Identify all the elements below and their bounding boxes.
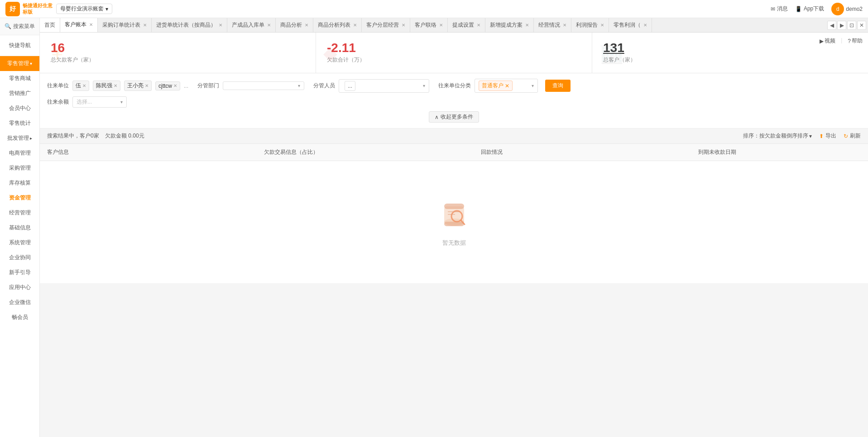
tab-operations[interactable]: 经营情况 ✕ (534, 18, 571, 33)
tab-close-icon[interactable]: ✕ (143, 23, 147, 28)
tab-close-icon[interactable]: ✕ (267, 23, 271, 28)
store-selector[interactable]: 母婴行业演示账套 ▾ (56, 4, 112, 14)
sort-select[interactable]: 排序：按欠款金额倒序排序 ▾ (743, 132, 812, 140)
sidebar-item-operations[interactable]: 经营管理 (0, 205, 39, 220)
app-download-button[interactable]: 📱 App下载 (795, 5, 824, 13)
help-icon: ? (848, 38, 851, 44)
tab-expand-button[interactable]: ⊡ (847, 21, 856, 30)
refresh-icon: ↻ (844, 133, 848, 139)
tab-next-button[interactable]: ▶ (837, 21, 846, 30)
balance-label: 往来余额 (47, 98, 69, 106)
tab-commission-settings[interactable]: 提成设置 ✕ (448, 18, 485, 33)
message-button[interactable]: ✉ 消息 (771, 5, 788, 13)
tab-product-inbound[interactable]: 产成品入库单 ✕ (227, 18, 276, 33)
tab-close-icon[interactable]: ✕ (219, 23, 222, 28)
balance-select[interactable]: 选择... ▾ (72, 96, 127, 108)
tab-close-icon[interactable]: ✕ (402, 23, 405, 28)
search-icon: 🔍 (5, 23, 11, 29)
tab-close-icon[interactable]: ✕ (305, 23, 308, 28)
filter-more-btn[interactable]: ... (184, 83, 188, 89)
tab-purchase-order[interactable]: 采购订单统计表 ✕ (98, 18, 152, 33)
tab-customer-ledger[interactable]: 客户账本 ✕ (60, 18, 98, 33)
filter-tag-unit3: 王小亮 ✕ (124, 81, 152, 91)
sidebar-item-enterprise[interactable]: 企业协同 (0, 250, 39, 265)
tab-close-icon[interactable]: ✕ (643, 23, 647, 28)
sidebar-item-wholesale[interactable]: 批发管理 ▸ (0, 131, 39, 146)
tab-close-all-button[interactable]: ✕ (857, 21, 866, 30)
category-tag: 普通客户 ✕ (479, 81, 513, 91)
sidebar-nav: 快捷导航 (0, 35, 39, 56)
tab-close-icon[interactable]: ✕ (477, 23, 480, 28)
remove-tag-btn[interactable]: ✕ (114, 83, 117, 88)
tab-prev-button[interactable]: ◀ (827, 21, 836, 30)
topbar-left: 好 畅捷通好生意 标版 母婴行业演示账套 ▾ (5, 2, 112, 16)
svg-rect-3 (444, 222, 464, 226)
person-more-btn[interactable]: ... (345, 81, 355, 91)
sidebar-search[interactable]: 🔍 搜索菜单 (0, 18, 39, 35)
remove-tag-btn[interactable]: ✕ (82, 83, 86, 88)
sidebar-item-guide[interactable]: 新手引导 (0, 265, 39, 280)
filter-tag-unit1: 伍 ✕ (72, 81, 89, 91)
sidebar-item-wechat[interactable]: 企业微信 (0, 295, 39, 310)
tab-profit[interactable]: 利润报告 ✕ (571, 18, 609, 33)
tab-product-analysis-list[interactable]: 商品分析列表 ✕ (313, 18, 362, 33)
tab-close-icon[interactable]: ✕ (353, 23, 357, 28)
collapse-button[interactable]: ∧ 收起更多条件 (429, 111, 479, 123)
person-select[interactable]: ... ▾ (339, 79, 429, 93)
chevron-down-icon: ▾ (532, 83, 534, 88)
help-button[interactable]: ? 帮助 (848, 37, 863, 45)
result-actions: 排序：按欠款金额倒序排序 ▾ ⬆ 导出 ↻ 刷新 (743, 132, 861, 140)
remove-category-tag[interactable]: ✕ (505, 83, 509, 89)
tab-bar-scroll: 首页 客户账本 ✕ 采购订单统计表 ✕ 进货单统计表（按商品） ✕ 产成品入库单… (40, 18, 825, 33)
table-header: 客户信息 欠款交易信息（占比） 回款情况 到期未收款日期 (40, 144, 868, 161)
tab-customer-tier[interactable]: 客户分层经营 ✕ (362, 18, 410, 33)
category-select[interactable]: 普通客户 ✕ ▾ (475, 79, 538, 93)
avatar: d (831, 3, 844, 15)
sidebar-item-member[interactable]: 会员中心 (0, 101, 39, 116)
tab-home[interactable]: 首页 (40, 18, 60, 33)
video-button[interactable]: ▶ 视频 (820, 37, 835, 45)
tab-retail-profit[interactable]: 零售利润（ ✕ (609, 18, 652, 33)
sidebar-item-appstore[interactable]: 应用中心 (0, 280, 39, 295)
empty-text: 暂无数据 (442, 239, 466, 247)
chevron-down-icon: ▾ (120, 100, 123, 104)
tab-customer-contact[interactable]: 客户联络 ✕ (410, 18, 448, 33)
sidebar-item-ecommerce[interactable]: 电商管理 (0, 146, 39, 161)
export-button[interactable]: ⬆ 导出 (819, 132, 836, 140)
sidebar-item-purchase[interactable]: 采购管理 (0, 161, 39, 176)
user-avatar[interactable]: d demo2 (831, 3, 863, 15)
building-bg-icon: 🏢 (599, 41, 624, 65)
filter-area: 往来单位 伍 ✕ 陈民强 ✕ 王小亮 ✕ cjttcw (40, 73, 868, 128)
tab-close-icon[interactable]: ✕ (525, 23, 529, 28)
tab-controls: ◀ ▶ ⊡ ✕ (825, 21, 868, 30)
tab-close-icon[interactable]: ✕ (89, 22, 93, 27)
svg-rect-2 (444, 204, 464, 209)
sidebar-item-finance[interactable]: 资金管理 (0, 190, 39, 205)
sidebar-item-retail-mall[interactable]: 零售商城 (0, 71, 39, 86)
tab-close-icon[interactable]: ✕ (439, 23, 443, 28)
tab-close-icon[interactable]: ✕ (563, 23, 566, 28)
logo-area: 好 畅捷通好生意 标版 (5, 2, 53, 16)
sidebar-item-retail-stats[interactable]: 零售统计 (0, 116, 39, 131)
result-summary: 搜索结果中，客户0家 欠款金额 0.00元 (47, 132, 144, 140)
sidebar-item-retail[interactable]: 零售管理 ▾ (0, 56, 39, 71)
remove-tag-btn[interactable]: ✕ (173, 83, 177, 88)
tab-purchase-stats[interactable]: 进货单统计表（按商品） ✕ (152, 18, 227, 33)
sidebar-item-inventory[interactable]: 库存核算 (0, 176, 39, 190)
sidebar-item-system[interactable]: 系统管理 (0, 235, 39, 250)
sidebar-item-basic-info[interactable]: 基础信息 (0, 220, 39, 235)
tab-product-analysis[interactable]: 商品分析 ✕ (276, 18, 313, 33)
sidebar-item-vip[interactable]: 畅会员 (0, 310, 39, 325)
refresh-button[interactable]: ↻ 刷新 (844, 132, 861, 140)
empty-icon (436, 197, 472, 233)
tab-close-icon[interactable]: ✕ (600, 23, 604, 28)
page-content: ￥ 16 总欠款客户（家） ◆ -2.11 欠款合计（万） 🏢 (40, 33, 868, 437)
query-button[interactable]: 查询 (545, 80, 571, 92)
dept-select[interactable]: ▾ (223, 81, 304, 90)
remove-tag-btn[interactable]: ✕ (145, 83, 149, 88)
sidebar-quick-nav[interactable]: 快捷导航 (0, 38, 39, 53)
message-icon: ✉ (771, 6, 775, 12)
chevron-down-icon: ▾ (298, 83, 300, 88)
sidebar-item-marketing[interactable]: 营销推广 (0, 86, 39, 101)
tab-add-commission[interactable]: 新增提成方案 ✕ (485, 18, 534, 33)
